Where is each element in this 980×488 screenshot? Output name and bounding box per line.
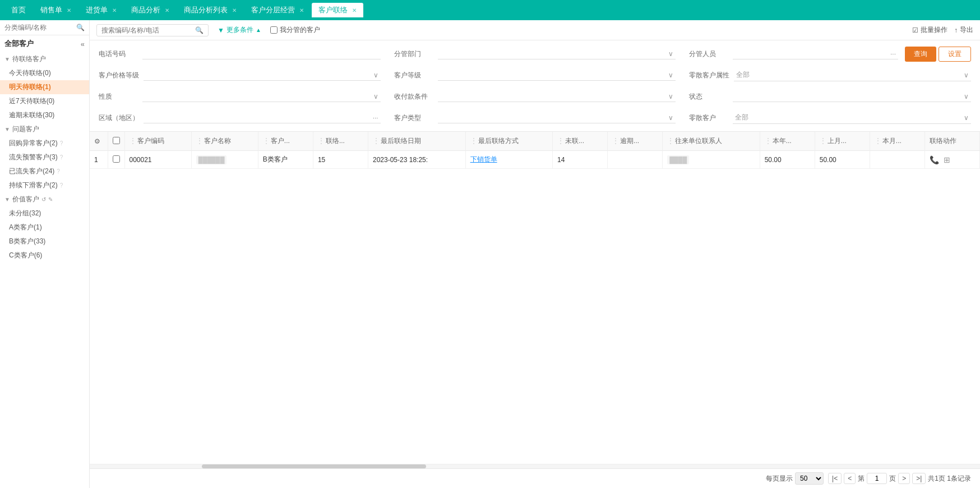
filter-price-level-select[interactable]: ∨: [144, 70, 381, 81]
filter-customer-level-select[interactable]: ∨: [438, 70, 676, 81]
page-first-btn[interactable]: |<: [828, 473, 842, 484]
filter-retail-chevron: ∨: [964, 114, 969, 122]
page-next-btn[interactable]: >: [898, 473, 910, 484]
filter-nature-label: 性质: [99, 92, 138, 102]
row-checkbox-cell[interactable]: [108, 151, 124, 169]
sidebar-search-input[interactable]: [4, 24, 74, 31]
row-last-method-link[interactable]: 下销货单: [470, 155, 497, 163]
row-checkbox[interactable]: [113, 155, 120, 163]
filter-manager-ellipsis[interactable]: ···: [733, 49, 898, 59]
settings-btn[interactable]: 设置: [939, 47, 971, 62]
gear-icon[interactable]: ⚙: [94, 137, 100, 145]
all-customers-header[interactable]: 全部客户 «: [0, 35, 89, 52]
help-icon-3[interactable]: ?: [60, 182, 63, 188]
sidebar-item-class-c[interactable]: C类客户(6): [0, 248, 89, 263]
query-btn[interactable]: 查询: [905, 47, 936, 62]
sidebar-item-churned[interactable]: 已流失客户(24) ?: [0, 164, 89, 178]
toolbar-right: ☑ 批量操作 ↑ 导出: [912, 25, 973, 35]
filter-status-select[interactable]: ∨: [733, 91, 971, 102]
nav-customer-layered-close[interactable]: ✕: [299, 7, 304, 13]
page-last-btn[interactable]: >|: [912, 473, 926, 484]
batch-ops-btn[interactable]: ☑ 批量操作: [912, 25, 947, 35]
sidebar-item-ungrouped[interactable]: 未分组(32): [0, 206, 89, 220]
value-group-refresh[interactable]: ↺: [41, 196, 46, 202]
filter-retail-select[interactable]: 全部 ∨: [733, 112, 971, 124]
help-icon-0[interactable]: ?: [60, 140, 63, 146]
col-unlinked: ⋮未联...: [553, 132, 608, 151]
col-actions: 联络动作: [924, 132, 979, 151]
nav-purchase-close[interactable]: ✕: [112, 7, 117, 13]
col-name: ⋮客户名称: [191, 132, 258, 151]
filter-chevron: ▲: [256, 27, 261, 33]
sidebar-item-tomorrow[interactable]: 明天待联络(1): [0, 80, 89, 94]
toolbar: 🔍 ▼ 更多条件 ▲ 我分管的客户 ☑ 批量操作 ↑ 导出: [90, 20, 980, 40]
per-page-select[interactable]: 50 100 200: [795, 472, 824, 485]
sidebar-item-repurchase-anomaly[interactable]: 回购异常客户(2) ?: [0, 136, 89, 150]
action-phone-icon[interactable]: 📞: [930, 155, 939, 164]
filter-customer-type-select[interactable]: ∨: [438, 113, 676, 123]
help-icon-2[interactable]: ?: [57, 168, 60, 174]
help-icon-1[interactable]: ?: [60, 154, 63, 160]
col-gear[interactable]: ⚙: [90, 132, 108, 151]
filter-phone-input[interactable]: [142, 49, 381, 59]
filter-retail-attr-value: 全部: [736, 70, 750, 80]
sidebar-item-class-c-label: C类客户(6): [9, 251, 42, 260]
nav-purchase[interactable]: 进货单 ✕: [79, 3, 123, 17]
nav-customer-contact-close[interactable]: ✕: [352, 7, 357, 13]
filter-nature-chevron: ∨: [373, 93, 378, 100]
horizontal-scrollbar[interactable]: [90, 464, 980, 468]
col-checkbox[interactable]: [108, 132, 124, 151]
filter-dept-select[interactable]: ∨: [438, 49, 676, 59]
sidebar-item-7days[interactable]: 近7天待联络(0): [0, 94, 89, 108]
nav-analysis-list-close[interactable]: ✕: [232, 7, 237, 13]
my-customers-label: 我分管的客户: [280, 25, 320, 35]
export-btn[interactable]: ↑ 导出: [954, 25, 973, 35]
nav-analysis[interactable]: 商品分析 ✕: [124, 3, 176, 17]
row-this-year: 50.00: [760, 151, 815, 169]
sidebar-item-today[interactable]: 今天待联络(0): [0, 66, 89, 80]
page-prev-btn[interactable]: <: [844, 473, 856, 484]
nav-analysis-close[interactable]: ✕: [165, 7, 169, 13]
nav-analysis-list[interactable]: 商品分析列表 ✕: [177, 3, 243, 17]
filter-nature-select[interactable]: ∨: [142, 91, 381, 102]
per-page-label: 每页显示: [766, 474, 793, 484]
select-all-checkbox[interactable]: [113, 137, 120, 144]
top-nav: 首页 销售单 ✕ 进货单 ✕ 商品分析 ✕ 商品分析列表 ✕ 客户分层经营 ✕ …: [0, 0, 980, 20]
toolbar-search-icon[interactable]: 🔍: [195, 26, 204, 34]
sidebar-item-class-a[interactable]: A类客户(1): [0, 220, 89, 234]
filter-region-ellipsis[interactable]: ···: [144, 113, 381, 123]
sidebar-item-churn-warning[interactable]: 流失预警客户(3) ?: [0, 150, 89, 164]
nav-home[interactable]: 首页: [4, 3, 33, 17]
filter-more-btn[interactable]: ▼ 更多条件 ▲: [213, 24, 266, 36]
nav-customer-layered[interactable]: 客户分层经营 ✕: [244, 3, 311, 17]
scrollbar-thumb[interactable]: [202, 464, 426, 468]
filter-actions-col1: 查询 设置: [905, 47, 971, 62]
action-grid-icon[interactable]: ⊞: [944, 155, 950, 164]
page-input[interactable]: [867, 473, 887, 484]
col-this-month: ⋮本月...: [870, 132, 924, 151]
nav-sales[interactable]: 销售单 ✕: [34, 3, 78, 17]
value-group-edit[interactable]: ✎: [48, 196, 53, 202]
nav-sales-close[interactable]: ✕: [67, 7, 71, 13]
sidebar-item-overdue[interactable]: 逾期未联络(30): [0, 108, 89, 122]
filter-status-chevron: ∨: [964, 93, 969, 100]
row-last-method[interactable]: 下销货单: [465, 151, 552, 169]
filter-manager-label: 分管人员: [689, 49, 728, 59]
row-name: ██████: [191, 151, 258, 169]
nav-customer-contact[interactable]: 客户联络 ✕: [312, 3, 363, 17]
my-customers-checkbox[interactable]: [270, 26, 278, 34]
toolbar-search-input[interactable]: [101, 26, 193, 34]
sidebar-search-icon[interactable]: 🔍: [76, 24, 85, 31]
filter-payment-chevron: ∨: [668, 93, 673, 100]
sidebar-item-declining[interactable]: 持续下滑客户(2) ?: [0, 178, 89, 192]
collapse-icon[interactable]: «: [81, 40, 85, 48]
filter-retail-attr-select[interactable]: 全部 ∨: [734, 69, 971, 81]
filter-dept: 分管部门 ∨: [394, 45, 676, 63]
sidebar-item-class-b[interactable]: B类客户(33): [0, 234, 89, 248]
filter-payment-select[interactable]: ∨: [438, 91, 676, 102]
filter-retail-value: 全部: [735, 113, 748, 122]
sidebar-item-overdue-label: 逾期未联络(30): [9, 111, 54, 120]
nav-analysis-list-label: 商品分析列表: [184, 5, 228, 15]
row-code: 000021: [124, 151, 191, 169]
filter-retail-attr-label: 零散客户属性: [689, 71, 729, 80]
